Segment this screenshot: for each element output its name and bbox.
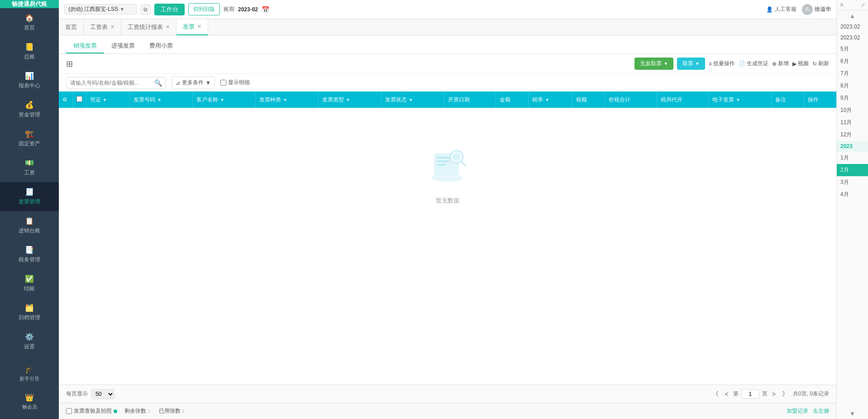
company-selector[interactable]: (勿动) 江西股宝-LSS ▼	[64, 4, 137, 14]
new-btn[interactable]: ⊕ 新增	[772, 60, 789, 67]
right-panel-up-btn[interactable]: ▲	[837, 10, 868, 21]
sub-tab-purchase[interactable]: 进项发票	[104, 39, 142, 53]
right-panel-close-btn[interactable]: ✕	[839, 2, 844, 8]
workspace-btn[interactable]: 工作台	[154, 4, 185, 15]
refresh-icon: ↻	[812, 61, 817, 67]
page-input[interactable]	[741, 390, 759, 399]
date-item-2023-2[interactable]: 2月	[837, 164, 868, 176]
avatar: 头	[802, 4, 813, 15]
video-btn[interactable]: ▶ 视频	[792, 60, 809, 67]
last-page-btn[interactable]: 》	[780, 389, 790, 399]
tax-rate-filter-icon[interactable]: ▼	[545, 97, 549, 102]
tab-salary-report-close[interactable]: ✕	[166, 24, 170, 30]
th-setting[interactable]: ⚙	[59, 92, 72, 108]
tab-invoice-close[interactable]: ✕	[197, 24, 201, 29]
right-panel-down-btn[interactable]: ▼	[837, 408, 868, 419]
page-unit: 页	[762, 390, 768, 398]
user-info[interactable]: 头 徐溢华	[802, 4, 831, 15]
sub-tab-expense[interactable]: 费用小票	[142, 39, 180, 53]
date-item-2023-4[interactable]: 4月	[837, 188, 868, 201]
sidebar-item-archive[interactable]: 🗂️ 归档管理	[0, 298, 59, 327]
th-tax-amount: 税额	[572, 92, 605, 108]
sidebar-item-settings[interactable]: ⚙️ 设置	[0, 327, 59, 356]
page-size-select[interactable]: 50 100 200	[91, 389, 114, 399]
status-filter-icon[interactable]: ▼	[409, 97, 413, 102]
prev-page-btn[interactable]: <	[723, 390, 730, 399]
sidebar-item-sales-ledger[interactable]: 📋 进销台账	[0, 211, 59, 240]
tab-salary-report[interactable]: 工资统计报表 ✕	[121, 19, 176, 35]
first-page-btn[interactable]: 《	[711, 389, 720, 399]
calendar-icon[interactable]: 📅	[262, 6, 269, 13]
sidebar-item-ledger[interactable]: 📒 总账	[0, 37, 59, 66]
invoice-class-filter-icon[interactable]: ▼	[346, 97, 350, 102]
sidebar-item-assets[interactable]: 🏗️ 固定资产	[0, 124, 59, 153]
check-invoice-checkbox[interactable]	[66, 408, 72, 414]
date-item-2023-02-first[interactable]: 2023.02	[837, 21, 868, 32]
check-invoice-label: 发票查验及拍照	[66, 407, 117, 415]
date-item-11[interactable]: 11月	[837, 116, 868, 129]
date-item-2023-1[interactable]: 1月	[837, 152, 868, 164]
sub-tab-sales[interactable]: 销项发票	[66, 39, 104, 53]
empty-text: 暂无数据	[436, 197, 459, 205]
main-area: (勿动) 江西股宝-LSS ▼ ⧉ 工作台 切到旧版 账期 2023-02 📅 …	[59, 0, 836, 419]
date-item-5[interactable]: 5月	[837, 43, 868, 55]
date-item-12[interactable]: 12月	[837, 129, 868, 141]
search-icon[interactable]: 🔍	[154, 79, 162, 87]
svg-point-6	[453, 153, 460, 160]
date-item-7[interactable]: 7月	[837, 67, 868, 80]
invoice-icon: 🧾	[25, 188, 34, 196]
show-detail-check[interactable]: 显示明细	[220, 79, 250, 87]
switch-old-btn[interactable]: 切到旧版	[188, 3, 220, 15]
date-item-10[interactable]: 10月	[837, 104, 868, 116]
sidebar-item-invoice[interactable]: 🧾 发票管理	[0, 182, 59, 211]
join-link[interactable]: 加盟记录	[787, 408, 808, 414]
right-panel-expand-btn[interactable]: ⤢	[861, 2, 865, 8]
th-check[interactable]	[72, 92, 86, 108]
new-icon: ⊕	[772, 61, 777, 67]
tab-salary-close[interactable]: ✕	[110, 24, 114, 30]
batch-op-btn[interactable]: ≡ 批量操作	[709, 60, 735, 67]
th-invoice-no: 发票号码▼	[130, 92, 193, 108]
empty-state: 暂无数据	[59, 108, 836, 241]
sidebar-item-close[interactable]: ✅ 结账	[0, 269, 59, 298]
gen-voucher-icon: 📄	[739, 61, 745, 67]
voucher-filter-icon[interactable]: ▼	[103, 97, 107, 102]
sidebar-item-reports[interactable]: 📊 报表中心	[0, 66, 59, 95]
show-detail-checkbox[interactable]	[220, 80, 226, 86]
sidebar-item-vip[interactable]: 👑 畅会员	[0, 388, 59, 416]
sidebar-item-home[interactable]: 🏠 首页	[0, 8, 59, 37]
date-item-2023-3[interactable]: 3月	[837, 176, 868, 188]
customer-filter-icon[interactable]: ▼	[220, 97, 224, 102]
sidebar-item-guide[interactable]: 🎓 新手引导	[0, 360, 59, 388]
sidebar-item-tax[interactable]: 📑 税务管理	[0, 240, 59, 269]
tab-invoice[interactable]: 发票 ✕	[176, 19, 208, 35]
copy-btn[interactable]: ⧉	[140, 5, 151, 14]
e-invoice-filter-icon[interactable]: ▼	[736, 97, 740, 102]
refresh-btn[interactable]: ↻ 刷新	[812, 60, 829, 67]
invoice-type-filter-icon[interactable]: ▼	[283, 97, 287, 102]
sidebar-item-funds[interactable]: 💰 资金管理	[0, 95, 59, 124]
date-item-9[interactable]: 9月	[837, 92, 868, 104]
date-item-8[interactable]: 8月	[837, 80, 868, 92]
date-item-6[interactable]: 6月	[837, 55, 868, 67]
grid-settings-icon[interactable]: ⊞	[66, 59, 73, 69]
tab-home[interactable]: 首页	[59, 19, 84, 35]
salary-icon: 💵	[25, 159, 34, 167]
date-item-2023-02-second[interactable]: 2023.02	[837, 32, 868, 43]
next-page-btn[interactable]: >	[770, 390, 777, 399]
select-all-checkbox[interactable]	[76, 96, 82, 102]
no-tax-btn[interactable]: 无血取票 ▼	[634, 58, 673, 70]
take-ticket-btn[interactable]: 取票 ▼	[677, 58, 705, 70]
search-input[interactable]	[70, 80, 152, 86]
sidebar-item-salary[interactable]: 💵 工资	[0, 153, 59, 182]
invoice-no-filter-icon[interactable]: ▼	[157, 97, 162, 102]
collapse-btn[interactable]: ◀ 取消固定	[0, 416, 59, 419]
gen-voucher-btn[interactable]: 📄 生成凭证	[739, 60, 768, 67]
tab-salary[interactable]: 工资表 ✕	[84, 19, 121, 35]
pagination-controls: 《 < 第 页 > 》 共0页, 0条记录	[711, 389, 829, 399]
service-btn[interactable]: 👤 人工客服	[766, 5, 796, 13]
th-voucher: 凭证▼	[86, 92, 130, 108]
go-right-link[interactable]: 去左侧	[813, 408, 829, 414]
more-filter-btn[interactable]: ⊿ 更多条件 ▼	[172, 77, 215, 89]
page-label: 第	[733, 390, 739, 398]
